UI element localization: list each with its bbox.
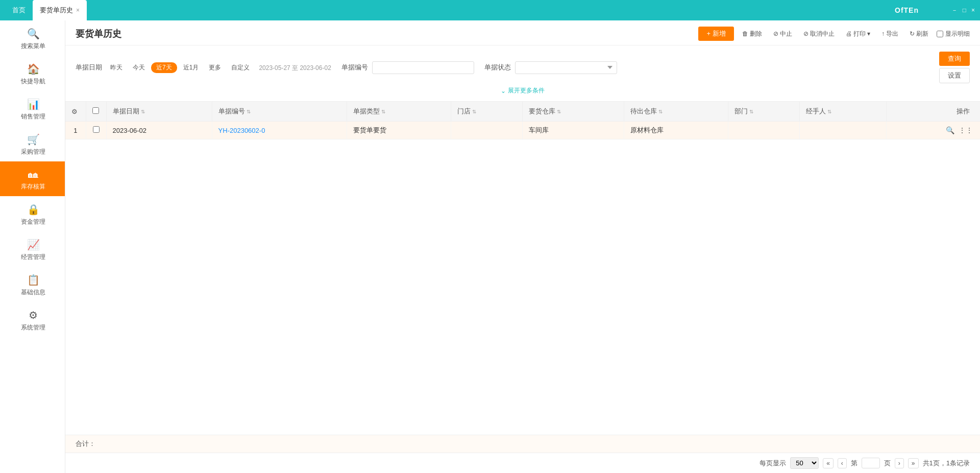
col-actions: 操作 xyxy=(886,102,980,122)
sort-pending-wh-icon[interactable]: ⇅ xyxy=(658,109,663,114)
filter-area: 单据日期 昨天 今天 近7天 近1月 更多 自定义 2023-05-27 至 2… xyxy=(65,45,980,102)
date-tab-more[interactable]: 更多 xyxy=(205,62,225,73)
stop-icon: ⊘ xyxy=(773,30,778,37)
col-handler: 经手人 ⇅ xyxy=(800,102,887,122)
tab-order-history[interactable]: 要货单历史 × xyxy=(33,0,87,20)
display-detail-toggle[interactable]: 显示明细 xyxy=(937,30,970,38)
sort-req-wh-icon[interactable]: ⇅ xyxy=(557,109,561,114)
total-info: 共1页，1条记录 xyxy=(923,459,970,468)
row-pending-warehouse: 原材料仓库 xyxy=(624,122,728,139)
date-tab-today[interactable]: 今天 xyxy=(129,62,149,73)
display-detail-checkbox[interactable] xyxy=(937,31,943,37)
settings-button[interactable]: 设置 xyxy=(939,68,970,83)
sidebar-item-quick-nav[interactable]: 🏠 快捷导航 xyxy=(0,56,65,91)
sort-dept-icon[interactable]: ⇅ xyxy=(749,109,753,114)
export-button[interactable]: ↑ 导出 xyxy=(878,28,901,40)
prev-page-btn[interactable]: ‹ xyxy=(838,458,847,468)
operations-icon: 📈 xyxy=(27,239,40,251)
sidebar-item-inventory[interactable]: 🏘 库存核算 xyxy=(0,161,65,196)
doc-no-input[interactable] xyxy=(372,61,474,74)
per-page-select[interactable]: 50 10 20 100 xyxy=(790,457,819,469)
stop-button[interactable]: ⊘ 中止 xyxy=(770,28,795,40)
row-store xyxy=(451,122,522,139)
filter-row: 单据日期 昨天 今天 近7天 近1月 更多 自定义 2023-05-27 至 2… xyxy=(76,52,970,83)
date-tab-1month[interactable]: 近1月 xyxy=(179,62,203,73)
tab-home[interactable]: 首页 xyxy=(5,0,33,20)
data-table: ⚙ 单据日期 ⇅ 单据编号 xyxy=(65,102,980,139)
export-icon: ↑ xyxy=(881,30,885,37)
sidebar-item-base-info[interactable]: 📋 基础信息 xyxy=(0,267,65,302)
status-select[interactable] xyxy=(515,61,617,74)
sort-handler-icon[interactable]: ⇅ xyxy=(827,109,831,114)
refresh-icon: ↻ xyxy=(910,30,915,37)
sort-docno-icon[interactable]: ⇅ xyxy=(247,109,251,114)
search-menu-icon: 🔍 xyxy=(27,28,40,40)
page-header: 要货单历史 + 新增 🗑 🗑 删除 删除 ⊘ 中止 ⊘ 取消中止 🖨 xyxy=(65,20,980,45)
expand-more-btn[interactable]: ⌄ 展开更多条件 xyxy=(76,83,970,95)
date-tab-yesterday[interactable]: 昨天 xyxy=(106,62,127,73)
date-range-text: 2023-05-27 至 2023-06-02 xyxy=(259,64,331,73)
inventory-icon: 🏘 xyxy=(28,169,38,180)
date-filter-group: 单据日期 昨天 今天 近7天 近1月 更多 自定义 xyxy=(76,62,254,73)
row-handler xyxy=(800,122,887,139)
sort-date-icon[interactable]: ⇅ xyxy=(141,109,145,114)
status-filter-group: 单据状态 xyxy=(484,61,617,74)
row-req-warehouse: 车间库 xyxy=(522,122,624,139)
edit-action-icon[interactable]: ⋮⋮ xyxy=(959,126,973,134)
maximize-btn[interactable]: □ xyxy=(963,7,966,14)
select-all-checkbox[interactable] xyxy=(92,107,99,114)
page-title: 要货单历史 xyxy=(76,28,121,40)
view-action-icon[interactable]: 🔍 xyxy=(946,126,954,134)
col-doc-no: 单据编号 ⇅ xyxy=(212,102,347,122)
row-no: 1 xyxy=(65,122,86,139)
date-tabs: 昨天 今天 近7天 近1月 更多 自定义 xyxy=(106,62,254,73)
date-filter-label: 单据日期 xyxy=(76,63,102,72)
row-doc-type: 要货单要货 xyxy=(347,122,451,139)
sidebar-item-purchase[interactable]: 🛒 采购管理 xyxy=(0,126,65,161)
col-checkbox-header[interactable] xyxy=(86,102,106,122)
date-tab-7days[interactable]: 近7天 xyxy=(151,62,177,73)
sidebar-item-sales[interactable]: 📊 销售管理 xyxy=(0,91,65,126)
page-prefix: 第 xyxy=(851,459,857,468)
first-page-btn[interactable]: « xyxy=(823,458,834,468)
table-container: ⚙ 单据日期 ⇅ 单据编号 xyxy=(65,102,980,435)
toolbar: + 新增 🗑 🗑 删除 删除 ⊘ 中止 ⊘ 取消中止 🖨 打印 ▾ xyxy=(698,27,970,41)
row-actions: 🔍 ⋮⋮ xyxy=(886,122,980,139)
main-layout: 🔍 搜索菜单 🏠 快捷导航 📊 销售管理 🛒 采购管理 🏘 库存核算 🔒 资金管… xyxy=(0,20,980,473)
sales-icon: 📊 xyxy=(27,98,40,110)
pagination-area: 每页显示 50 10 20 100 « ‹ 第 1 页 › » 共1页，1条记录 xyxy=(65,453,980,473)
new-button[interactable]: + 新增 xyxy=(698,27,733,41)
minimize-btn[interactable]: － xyxy=(951,6,958,15)
doc-no-link[interactable]: YH-20230602-0 xyxy=(218,127,265,134)
sidebar-item-operations[interactable]: 📈 经营管理 xyxy=(0,231,65,267)
page-input[interactable]: 1 xyxy=(862,458,880,468)
sidebar: 🔍 搜索菜单 🏠 快捷导航 📊 销售管理 🛒 采购管理 🏘 库存核算 🔒 资金管… xyxy=(0,20,65,473)
cancel-stop-button[interactable]: ⊘ 取消中止 xyxy=(800,28,838,40)
sidebar-item-system[interactable]: ⚙ 系统管理 xyxy=(0,302,65,337)
expand-icon: ⌄ xyxy=(501,87,506,94)
last-page-btn[interactable]: » xyxy=(908,458,919,468)
content-area: 要货单历史 + 新增 🗑 🗑 删除 删除 ⊘ 中止 ⊘ 取消中止 🖨 xyxy=(65,20,980,473)
date-tab-custom[interactable]: 自定义 xyxy=(227,62,254,73)
tab-close-icon[interactable]: × xyxy=(76,7,80,14)
close-btn[interactable]: × xyxy=(971,7,975,14)
delete-button[interactable]: 🗑 🗑 删除 删除 xyxy=(739,28,765,40)
col-doc-type: 单据类型 ⇅ xyxy=(347,102,451,122)
window-controls: － □ × xyxy=(951,6,975,15)
table-header-row: ⚙ 单据日期 ⇅ 单据编号 xyxy=(65,102,980,122)
query-button[interactable]: 查询 xyxy=(939,52,970,66)
sidebar-item-finance[interactable]: 🔒 资金管理 xyxy=(0,196,65,231)
col-pending-warehouse: 待出仓库 ⇅ xyxy=(624,102,728,122)
cancel-stop-icon: ⊘ xyxy=(803,30,808,37)
refresh-button[interactable]: ↻ 刷新 xyxy=(906,28,932,40)
sort-doctype-icon[interactable]: ⇅ xyxy=(381,109,385,114)
print-icon: 🖨 xyxy=(846,30,852,37)
sidebar-item-search-menu[interactable]: 🔍 搜索菜单 xyxy=(0,20,65,56)
next-page-btn[interactable]: › xyxy=(895,458,904,468)
sort-store-icon[interactable]: ⇅ xyxy=(472,109,476,114)
col-store: 门店 ⇅ xyxy=(451,102,522,122)
row-checkbox[interactable] xyxy=(93,126,100,133)
col-settings[interactable]: ⚙ xyxy=(65,102,86,122)
print-button[interactable]: 🖨 打印 ▾ xyxy=(843,28,873,40)
base-info-icon: 📋 xyxy=(27,274,40,286)
